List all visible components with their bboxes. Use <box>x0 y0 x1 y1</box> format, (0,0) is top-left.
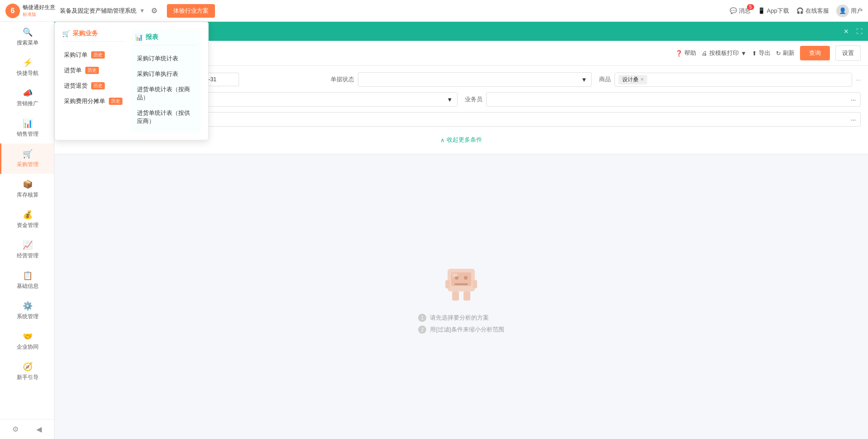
report-col-title: 📊 报表 <box>135 33 197 45</box>
goods-label: 商品 <box>599 75 611 84</box>
dropdown-columns: 🛒 采购业务 采购订单 历史 进货单 历史 进货退货 历史 <box>62 30 201 133</box>
svg-rect-5 <box>445 280 450 288</box>
salesperson-label: 业务员 <box>465 95 483 104</box>
avatar: 👤 <box>836 5 849 17</box>
history-badge-1: 历史 <box>85 67 99 74</box>
empty-illustration <box>434 260 488 305</box>
sidebar-item-guide[interactable]: 🧭 新手引导 <box>0 356 54 387</box>
online-service-action[interactable]: 🎧 在线客服 <box>796 7 829 15</box>
industry-btn[interactable]: 体验行业方案 <box>167 4 215 18</box>
print-icon: 🖨 <box>702 50 707 57</box>
dropdown-goods-return[interactable]: 进货退货 历史 <box>62 78 124 94</box>
sidebar-collapse-btn[interactable]: ◀ <box>36 425 42 434</box>
sidebar-item-quick-nav[interactable]: ⚡ 快捷导航 <box>0 52 54 83</box>
gear-button[interactable]: ⚙ <box>148 5 161 17</box>
svg-point-3 <box>464 276 468 280</box>
dropdown-goods-in[interactable]: 进货单 历史 <box>62 63 124 78</box>
dropdown-goods-in-stat-supplier[interactable]: 进货单统计表（按供应商） <box>135 105 197 129</box>
print-arrow-icon: ▼ <box>741 50 746 57</box>
goods-tag: 设计桑 × <box>619 75 647 84</box>
report-title-icon: 📊 <box>135 34 143 41</box>
sidebar-item-sales[interactable]: 📊 销售管理 <box>0 113 54 143</box>
operations-icon: 📈 <box>23 240 33 250</box>
order-status-filter: 单据状态 ▼ <box>331 72 592 87</box>
purchase-icon: 🛒 <box>23 149 33 159</box>
sidebar: 🔍 搜索菜单 ⚡ 快捷导航 📣 营销推广 📊 销售管理 🛒 采购管理 📦 库存核… <box>0 22 54 439</box>
system-title-text: 装备及固定资产辅助管理系统 <box>60 7 137 15</box>
print-btn[interactable]: 🖨 按模板打印 ▼ <box>702 49 746 57</box>
content-area: 首页 销售排行榜 × ✕ ⛶ ❓ 帮助 🖨 按模板打印 <box>54 22 868 439</box>
purchase-col-title: 🛒 采购业务 <box>62 30 124 42</box>
marketing-icon: 📣 <box>23 88 33 98</box>
phone-icon: 📱 <box>758 7 765 14</box>
order-status-label: 单据状态 <box>331 75 354 84</box>
guide-icon: 🧭 <box>23 362 33 372</box>
message-action[interactable]: 💬 消息 5 <box>730 7 751 15</box>
sidebar-item-enterprise[interactable]: 🤝 企业协同 <box>0 326 54 356</box>
system-arrow-icon[interactable]: ▼ <box>139 7 145 14</box>
sidebar-bottom: ⚙ ◀ <box>0 419 54 439</box>
sidebar-item-purchase[interactable]: 🛒 采购管理 <box>0 143 54 174</box>
salesperson-filter: 业务员 ··· <box>465 92 861 107</box>
svg-rect-6 <box>473 280 477 288</box>
dropdown-goods-in-stat-goods[interactable]: 进货单统计表（按商品） <box>135 82 197 105</box>
export-icon: ⬆ <box>752 50 757 57</box>
logo-area: 6 畅捷通好生意 标准版 <box>5 4 60 18</box>
svg-rect-4 <box>454 283 468 285</box>
purchase-col: 🛒 采购业务 采购订单 历史 进货单 历史 进货退货 历史 <box>62 30 124 133</box>
help-btn[interactable]: ❓ 帮助 <box>675 49 696 57</box>
empty-text-1: 1 请先选择要分析的方案 <box>418 314 504 322</box>
history-badge-0: 历史 <box>91 51 105 59</box>
basic-info-icon: 📋 <box>23 271 33 281</box>
dropdown-purchase-order-exec[interactable]: 采购订单执行表 <box>135 66 197 82</box>
customer-dots-icon: ··· <box>851 116 856 123</box>
empty-num-1: 1 <box>418 314 426 322</box>
dropdown-purchase-order-stat[interactable]: 采购订单统计表 <box>135 51 197 66</box>
tab-bar-right: ✕ ⛶ <box>842 26 864 37</box>
tab-bar-close-icon[interactable]: ✕ <box>842 26 851 37</box>
goods-input-area[interactable]: 设计桑 × <box>614 73 852 87</box>
dropdown-purchase-expense[interactable]: 采购费用分摊单 历史 <box>62 94 124 109</box>
refresh-icon: ↻ <box>776 50 781 57</box>
export-btn[interactable]: ⬆ 导出 <box>752 49 770 57</box>
collapse-btn[interactable]: ∧ 收起更多条件 <box>437 132 486 148</box>
dropdown-purchase-order[interactable]: 采购订单 历史 <box>62 47 124 63</box>
sidebar-item-search[interactable]: 🔍 搜索菜单 <box>0 22 54 52</box>
quick-nav-icon: ⚡ <box>23 58 33 68</box>
sidebar-item-system[interactable]: ⚙️ 系统管理 <box>0 296 54 326</box>
help-icon: ❓ <box>675 50 683 57</box>
report-col: 📊 报表 采购订单统计表 采购订单执行表 进货单统计表（按商品） 进货单统计表（… <box>132 30 201 133</box>
svg-rect-7 <box>452 291 459 301</box>
logo-icon: 6 <box>5 4 20 18</box>
tab-bar-expand-icon[interactable]: ⛶ <box>854 26 864 37</box>
sidebar-item-basic-info[interactable]: 📋 基础信息 <box>0 265 54 296</box>
sidebar-item-marketing[interactable]: 📣 营销推广 <box>0 83 54 113</box>
history-badge-3: 历史 <box>109 98 122 105</box>
refresh-btn[interactable]: ↻ 刷新 <box>776 49 795 57</box>
goods-dots-icon[interactable]: ··· <box>856 76 861 83</box>
empty-text-area: 1 请先选择要分析的方案 2 用[过滤]条件来缩小分析范围 <box>418 314 504 334</box>
svg-rect-9 <box>452 273 458 277</box>
top-header: 6 畅捷通好生意 标准版 装备及固定资产辅助管理系统 ▼ ⚙ 体验行业方案 💬 … <box>0 0 868 22</box>
app-download-action[interactable]: 📱 App下载 <box>758 7 789 15</box>
message-badge: 5 <box>747 4 754 10</box>
logo-text: 畅捷通好生意 标准版 <box>23 4 55 18</box>
user-action[interactable]: 👤 用户 <box>836 5 863 17</box>
sidebar-item-capital[interactable]: 💰 资金管理 <box>0 204 54 235</box>
sidebar-item-inventory[interactable]: 📦 库存核算 <box>0 174 54 204</box>
system-icon: ⚙️ <box>23 301 33 311</box>
order-status-arrow-icon: ▼ <box>581 76 587 83</box>
goods-filter: 商品 设计桑 × ··· <box>599 73 861 87</box>
empty-text-2: 2 用[过滤]条件来缩小分析范围 <box>418 326 504 334</box>
sidebar-item-operations[interactable]: 📈 经营管理 <box>0 235 54 265</box>
settings-btn[interactable]: 设置 <box>835 45 861 61</box>
sidebar-settings-btn[interactable]: ⚙ <box>12 425 19 434</box>
salesperson-select[interactable]: ··· <box>486 92 861 107</box>
rank-item-arrow-icon: ▼ <box>447 96 453 103</box>
query-btn[interactable]: 查询 <box>800 46 830 60</box>
capital-icon: 💰 <box>23 210 33 220</box>
search-icon: 🔍 <box>23 27 33 37</box>
empty-num-2: 2 <box>418 326 426 334</box>
order-status-select[interactable]: ▼ <box>358 72 592 87</box>
goods-tag-close-icon[interactable]: × <box>640 76 644 83</box>
